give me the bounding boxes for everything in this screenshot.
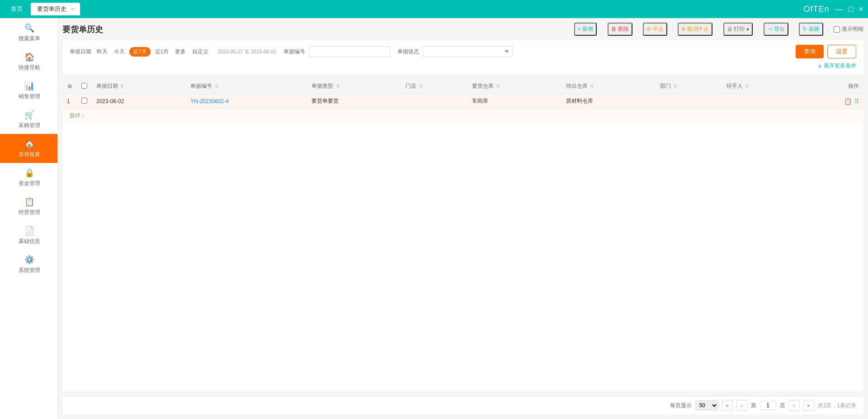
row-doc-date: 2023-06-02 [92,94,186,109]
total-info: 共1页，1条记录 [818,402,856,409]
page-number-input[interactable] [760,401,776,410]
page-title: 要货单历史 [62,24,103,35]
sidebar-item-inventory-label: 库存核算 [19,151,40,158]
sidebar-item-ops-mgmt[interactable]: 📋 经营管理 [0,192,57,221]
inventory-icon: 🏠 [24,139,34,149]
col-handler[interactable]: 经手人 ⇅ [722,79,802,94]
sidebar-item-system-mgmt[interactable]: ⚙️ 系统管理 [0,250,57,279]
pending-warehouse-sort-icon: ⇅ [590,84,594,89]
prev-page-button[interactable]: ‹ [736,400,747,411]
quick-nav-icon: 🏠 [24,52,34,62]
table-header-row: ⚙ 单据日期 ⇅ 单据编号 ⇅ 单据类型 [62,79,863,94]
next-page-button[interactable]: › [789,400,800,411]
show-detail-label: 显示明细 [842,25,863,33]
expand-more-label: 展开更多条件 [824,62,856,70]
window-close-icon[interactable]: × [859,5,863,14]
ops-mgmt-icon: 📋 [24,197,34,207]
page-size-select[interactable]: 10 20 50 100 [695,400,718,410]
print-button[interactable]: 🖨 打印 ▾ [723,23,753,36]
page-size-label: 每页显示 [670,402,692,409]
cancel-stop-button-label: ⊘ 取消中止 [681,25,709,33]
top-bar: 首页 要货单历史 × OfTEn — □ × [0,0,868,18]
doc-no-link[interactable]: YH-20230602-4 [190,98,229,105]
divider7: | [828,26,829,33]
date-btn-last1month[interactable]: 近1月 [153,47,171,57]
col-settings[interactable]: ⚙ [62,79,77,94]
query-button[interactable]: 查询 [796,45,824,58]
doc-date-sort-icon: ⇅ [120,84,124,89]
sidebar-item-base-info[interactable]: 📄 基础信息 [0,221,57,250]
row-select-checkbox[interactable] [81,98,87,104]
export-button[interactable]: ⇒ 导出 [764,23,788,36]
row-detail-icon[interactable]: ⠿ [854,98,859,105]
doc-status-select[interactable] [423,46,513,57]
sidebar-item-quick-nav[interactable]: 🏠 快捷导航 [0,47,57,76]
print-dropdown-icon[interactable]: ▾ [746,26,749,33]
base-info-icon: 📄 [24,226,34,236]
tab-close-icon[interactable]: × [71,6,74,12]
show-detail-toggle[interactable]: 显示明细 [834,25,863,33]
select-all-checkbox[interactable] [81,83,87,89]
date-btn-today[interactable]: 今天 [112,47,127,57]
refresh-button-label: ↻ 刷新 [802,25,819,33]
row-department [656,94,722,109]
sidebar-item-purchase-mgmt[interactable]: 🛒 采购管理 [0,105,57,134]
tab-requisition-history[interactable]: 要货单历史 × [31,3,80,15]
pagination-bar: 每页显示 10 20 50 100 « ‹ 第 页 › » 共1页，1条记录 [62,396,863,414]
col-department[interactable]: 部门 ⇅ [656,79,722,94]
doc-no-sort-icon: ⇅ [215,84,218,89]
tab-home[interactable]: 首页 [5,3,29,15]
date-btn-custom[interactable]: 自定义 [190,47,210,57]
col-pending-warehouse[interactable]: 待出仓库 ⇅ [561,79,656,94]
col-store[interactable]: 门店 ⇅ [401,79,467,94]
expand-more-button[interactable]: ∨ 展开更多条件 [818,62,856,70]
date-btn-last7days[interactable]: 近7天 [129,47,151,57]
row-handler [722,94,802,109]
sidebar: 🔍 搜索菜单 🏠 快捷导航 📊 销售管理 🛒 采购管理 🏠 库存核算 🔒 资金管… [0,18,58,419]
divider2: | [637,26,638,33]
col-doc-type[interactable]: 单据类型 ⇅ [307,79,401,94]
page-header: 要货单历史 + 新增 | 🗑 删除 | ⊘ 中止 | ⊘ 取消中止 | [62,23,863,36]
setting-button[interactable]: 设置 [827,45,856,58]
sidebar-item-search-menu[interactable]: 🔍 搜索菜单 [0,18,57,47]
divider1: | [601,26,603,33]
tab-requisition-history-label: 要货单历史 [37,5,66,13]
col-doc-date[interactable]: 单据日期 ⇅ [92,79,186,94]
row-checkbox[interactable] [77,94,92,109]
data-table: ⚙ 单据日期 ⇅ 单据编号 ⇅ 单据类型 [62,79,863,109]
date-btn-yesterday[interactable]: 昨天 [95,47,109,57]
sidebar-item-inventory[interactable]: 🏠 库存核算 [0,134,57,163]
sidebar-item-base-info-label: 基础信息 [19,238,40,245]
show-detail-checkbox[interactable] [834,26,840,33]
row-edit-icon[interactable]: 📋 [844,98,852,105]
table-footer: 合计： [62,109,863,122]
sidebar-item-sales-mgmt[interactable]: 📊 销售管理 [0,76,57,105]
filter-row-1: 单据日期 昨天 今天 近7天 近1月 更多 自定义 2023-05-27 至 2… [70,45,856,58]
stop-button[interactable]: ⊘ 中止 [643,23,667,36]
table-container: ⚙ 单据日期 ⇅ 单据编号 ⇅ 单据类型 [62,79,863,391]
date-range-text: 2023-05-27 至 2023-06-02 [217,48,276,55]
col-req-warehouse[interactable]: 要货仓库 ⇅ [467,79,561,94]
delete-button[interactable]: 🗑 删除 [608,23,632,36]
filter-area: 单据日期 昨天 今天 近7天 近1月 更多 自定义 2023-05-27 至 2… [62,40,863,74]
divider4: | [717,26,718,33]
row-doc-no[interactable]: YH-20230602-4 [186,94,307,109]
minimize-icon[interactable]: — [835,5,843,14]
sidebar-item-system-mgmt-label: 系统管理 [19,267,40,274]
system-mgmt-icon: ⚙️ [24,255,34,265]
refresh-button[interactable]: ↻ 刷新 [799,23,823,36]
date-buttons: 昨天 今天 近7天 近1月 更多 自定义 [95,47,210,57]
sidebar-item-finance-mgmt[interactable]: 🔒 资金管理 [0,163,57,192]
cancel-stop-button[interactable]: ⊘ 取消中止 [678,23,712,36]
date-btn-more[interactable]: 更多 [173,47,188,57]
row-doc-type: 要货单要货 [307,94,401,109]
col-doc-no[interactable]: 单据编号 ⇅ [186,79,307,94]
add-button[interactable]: + 新增 [574,23,597,36]
doc-no-label: 单据编号 [283,48,305,56]
department-sort-icon: ⇅ [674,84,677,89]
last-page-button[interactable]: » [803,400,814,411]
doc-no-input[interactable] [309,46,390,57]
maximize-icon[interactable]: □ [849,5,854,14]
first-page-button[interactable]: « [722,400,733,411]
table-row: 1 2023-06-02 YH-20230602-4 要货单要货 车间库 原材料… [62,94,863,109]
